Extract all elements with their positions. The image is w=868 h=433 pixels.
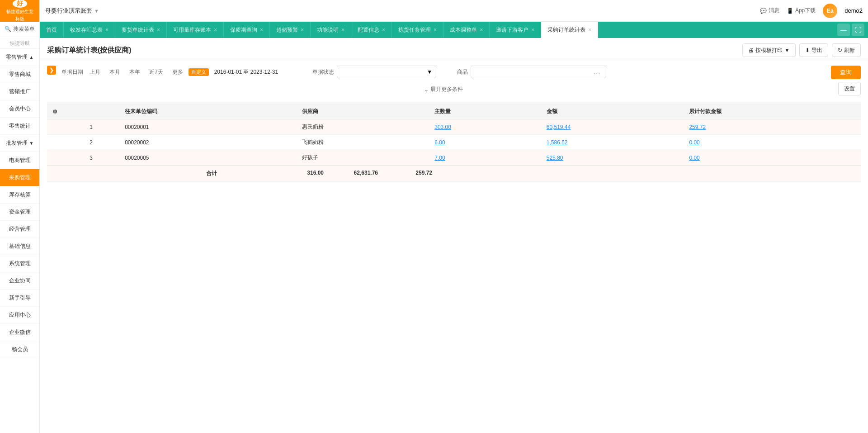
query-button[interactable]: 查询 <box>831 66 861 79</box>
tab-cost-adjust[interactable]: 成本调整单 × <box>443 22 490 38</box>
tab-home[interactable]: 首页 <box>40 22 64 38</box>
footer-qty: 316.00 <box>274 170 333 177</box>
sidebar-item-member2[interactable]: 畅会员 <box>0 341 39 358</box>
tab-goods-stat[interactable]: 要货单统计表 × <box>115 22 167 38</box>
refresh-button[interactable]: ↻ 刷新 <box>832 43 861 57</box>
export-button[interactable]: ⬇ 导出 <box>799 43 828 57</box>
tab-func-desc[interactable]: 功能说明 × <box>311 22 351 38</box>
page-actions: 🖨 按模板打印 ▼ ⬇ 导出 ↻ 刷新 <box>742 43 861 57</box>
sidebar-item-operations[interactable]: 经营管理 <box>0 221 39 238</box>
tab-close-icon[interactable]: × <box>480 27 483 33</box>
filter-collapse-btn[interactable]: ❯ <box>47 66 56 75</box>
shortcut-this-year[interactable]: 本年 <box>126 67 144 77</box>
tab-close-icon[interactable]: × <box>588 27 591 33</box>
app-download-label: App下载 <box>795 7 816 14</box>
sidebar-item-corp-wechat[interactable]: 企业微信 <box>0 324 39 341</box>
tab-label: 超储预警 <box>276 26 298 34</box>
sidebar-item-label: 批发管理 <box>6 139 28 147</box>
settings-icon[interactable]: ⚙ <box>52 109 57 115</box>
td-amount[interactable]: 525.80 <box>541 150 684 166</box>
sidebar-item-label: 零售商城 <box>9 71 31 77</box>
download-icon: 📱 <box>787 8 793 14</box>
tab-close-icon[interactable]: × <box>260 27 263 33</box>
td-qty[interactable]: 303.00 <box>429 119 541 135</box>
date-range-value: 2016-01-01 至 2023-12-31 <box>214 68 278 76</box>
expand-filter-btn[interactable]: ⌄ 展开更多条件 <box>424 86 463 93</box>
sidebar-item-finance[interactable]: 资金管理 <box>0 204 39 221</box>
tab-expiry-query[interactable]: 保质期查询 × <box>224 22 270 38</box>
tab-close-icon[interactable]: × <box>434 27 437 33</box>
tab-collect-send[interactable]: 收发存汇总表 × <box>64 22 115 38</box>
refresh-icon: ↻ <box>838 47 842 53</box>
tab-close-icon[interactable]: × <box>341 27 344 33</box>
td-qty[interactable]: 6.00 <box>429 135 541 150</box>
th-settings: ⚙ <box>47 104 63 119</box>
shortcut-last-month[interactable]: 上月 <box>86 67 104 77</box>
sidebar-item-cooperation[interactable]: 企业协同 <box>0 272 39 290</box>
tab-maximize-btn[interactable]: ⛶ <box>852 24 864 36</box>
sidebar-item-ecommerce[interactable]: 电商管理 <box>0 152 39 169</box>
footer-label: 合计 <box>52 170 274 177</box>
sidebar-item-purchase-mgmt[interactable]: 采购管理 <box>0 169 39 186</box>
message-btn[interactable]: 💬 消息 <box>760 7 779 14</box>
sidebar-item-app-center[interactable]: 应用中心 <box>0 307 39 324</box>
sidebar-item-retail-shop[interactable]: 零售商城 <box>0 66 39 83</box>
logo-text: 畅捷通好生意 <box>6 9 33 15</box>
status-select[interactable]: ▼ <box>337 66 436 78</box>
table-footer: 合计 316.00 62,631.76 259.72 <box>47 166 861 181</box>
tab-minimize-btn[interactable]: — <box>837 24 850 36</box>
td-supplier: 飞鹤奶粉 <box>297 135 429 150</box>
search-menu[interactable]: 🔍 搜索菜单 <box>0 22 39 37</box>
footer-total-label: 合计 <box>206 170 217 177</box>
tab-avail-inventory[interactable]: 可用量库存账本 × <box>167 22 224 38</box>
sidebar-item-system[interactable]: 系统管理 <box>0 255 39 272</box>
tab-purchase-order-stat[interactable]: 采购订单统计表 × <box>541 22 598 38</box>
td-amount[interactable]: 60,519.44 <box>541 119 684 135</box>
tab-label: 功能说明 <box>317 26 339 34</box>
td-paid[interactable]: 0.00 <box>684 135 861 150</box>
tab-close-icon[interactable]: × <box>105 27 108 33</box>
print-button[interactable]: 🖨 按模板打印 ▼ <box>742 43 796 57</box>
tab-overstock[interactable]: 超储预警 × <box>270 22 311 38</box>
sidebar-nav-label: 快捷导航 <box>0 37 39 49</box>
avatar-text: Ea <box>827 8 834 14</box>
sidebar-item-retail-stat[interactable]: 零售统计 <box>0 118 39 135</box>
sidebar: 好 畅捷通好生意 标版 🔍 搜索菜单 快捷导航 零售管理 ▲ 零售商城 营销推广… <box>0 0 40 433</box>
date-shortcuts: 上月 本月 本年 近7天 更多 自定义 <box>86 67 209 77</box>
sidebar-item-label: 会员中心 <box>9 105 31 112</box>
td-qty[interactable]: 7.00 <box>429 150 541 166</box>
shortcut-this-month[interactable]: 本月 <box>106 67 124 77</box>
sidebar-item-new-guide[interactable]: 新手引导 <box>0 290 39 307</box>
goods-filter: 商品 … <box>457 66 606 78</box>
goods-more-icon[interactable]: … <box>591 68 602 76</box>
sidebar-item-marketing[interactable]: 营销推广 <box>0 83 39 100</box>
workspace-selector[interactable]: 母婴行业演示账套 ▼ <box>45 7 118 15</box>
tab-close-icon[interactable]: × <box>531 27 534 33</box>
tab-close-icon[interactable]: × <box>382 27 385 33</box>
tab-pick-task[interactable]: 拣货任务管理 × <box>392 22 443 38</box>
goods-input[interactable]: … <box>471 66 606 78</box>
td-no: 3 <box>63 150 119 166</box>
sidebar-item-label: 经营管理 <box>9 226 31 232</box>
tab-close-icon[interactable]: × <box>214 27 217 33</box>
tab-invite-downstream[interactable]: 邀请下游客户 × <box>490 22 541 38</box>
tab-close-icon[interactable]: × <box>157 27 160 33</box>
sidebar-item-basic-info[interactable]: 基础信息 <box>0 238 39 255</box>
shortcut-more[interactable]: 更多 <box>169 67 187 77</box>
sidebar-item-retail-mgmt[interactable]: 零售管理 ▲ <box>0 49 39 66</box>
tab-close-icon[interactable]: × <box>301 27 304 33</box>
td-amount[interactable]: 1,586.52 <box>541 135 684 150</box>
td-paid[interactable]: 259.72 <box>684 119 861 135</box>
expand-label: 展开更多条件 <box>430 86 463 93</box>
user-avatar[interactable]: Ea <box>823 4 837 18</box>
settings-button[interactable]: 设置 <box>838 82 861 95</box>
sidebar-item-label: 企业协同 <box>9 277 31 284</box>
shortcut-7days[interactable]: 近7天 <box>146 67 167 77</box>
sidebar-item-member[interactable]: 会员中心 <box>0 100 39 118</box>
td-paid[interactable]: 0.00 <box>684 150 861 166</box>
topbar: 母婴行业演示账套 ▼ 💬 消息 📱 App下载 Ea demo2 <box>40 0 868 22</box>
app-download-btn[interactable]: 📱 App下载 <box>787 7 816 14</box>
sidebar-item-batch-mgmt[interactable]: 批发管理 ▼ <box>0 135 39 152</box>
sidebar-item-inventory[interactable]: 库存核算 <box>0 186 39 204</box>
tab-config-info[interactable]: 配置信息 × <box>351 22 392 38</box>
